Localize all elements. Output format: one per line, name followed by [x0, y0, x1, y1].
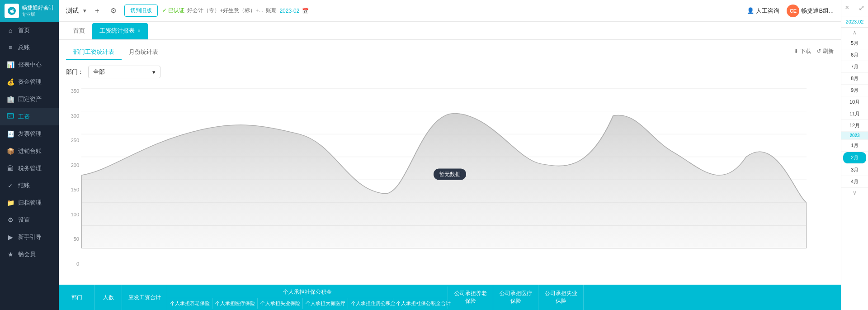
sidebar-item-funds[interactable]: 💰 资金管理 [0, 73, 59, 91]
sidebar-item-archive[interactable]: 📁 归档管理 [0, 194, 59, 211]
vip-icon: ★ [6, 251, 14, 258]
expand-panel-button[interactable]: ⤢ [859, 4, 864, 12]
reports-icon: 📊 [6, 61, 14, 68]
calendar-icon: 📅 [302, 8, 309, 14]
th-personal-group-label: 个人承担社保公积金 [167, 286, 448, 298]
topbar-actions: + ⚙ [91, 5, 120, 17]
tabbar: 首页 工资统计报表 × [59, 22, 841, 40]
home-icon: ⌂ [6, 27, 14, 34]
archive-icon: 📁 [6, 199, 14, 206]
settings-button[interactable]: ⚙ [107, 5, 120, 17]
date-nav-up-button[interactable]: ∧ [841, 28, 868, 38]
sidebar-item-invoice[interactable]: 🧾 发票管理 [0, 125, 59, 143]
dept-filter-select[interactable]: 全部 ▾ [88, 66, 160, 78]
sidebar: 畅 畅捷通好会计 专业版 ⌂ 首页 ≡ 总账 📊 报表中心 💰 资金管理 🏢 固… [0, 0, 59, 310]
company-name: 测试 [66, 7, 79, 15]
th-personal-medical: 个人承担医疗保险 [212, 298, 258, 309]
sales-icon: 📦 [6, 148, 14, 155]
page-content: 部门工资统计表 月份统计表 ⬇ 下载 ↺ 刷新 部门： 全部 ▾ [59, 40, 841, 310]
sidebar-item-vip[interactable]: ★ 畅会员 [0, 246, 59, 263]
month-item-7[interactable]: 7月 [841, 61, 868, 73]
guide-icon: ▶ [6, 234, 14, 241]
tax-icon: 🏛 [6, 165, 14, 172]
th-people: 人数 [95, 285, 122, 310]
period-label: 账期 [266, 7, 277, 14]
dept-filter-label: 部门： [66, 68, 84, 76]
year-item-2023[interactable]: 2023 [841, 132, 868, 140]
period-value: 2023-02 [279, 8, 299, 14]
switch-version-button[interactable]: 切到旧版 [124, 5, 158, 17]
month-item-12[interactable]: 12月 [841, 120, 868, 132]
month-item-1[interactable]: 1月 [841, 140, 868, 152]
chart-container: 350 300 250 200 150 100 50 0 [59, 84, 841, 285]
chart-svg [81, 88, 807, 248]
th-company-unemployment: 公司承担失业保险 [538, 285, 584, 310]
date-nav-down-button[interactable]: ∨ [841, 188, 868, 198]
user-profile[interactable]: CE 畅捷通B组... [787, 5, 834, 17]
sidebar-logo: 畅 畅捷通好会计 专业版 [0, 0, 59, 22]
ledger-icon: ≡ [6, 44, 14, 51]
right-panel-controls: × ⤢ [841, 0, 868, 16]
th-company-medical: 公司承担医疗保险 [493, 285, 538, 310]
avatar: CE [787, 5, 799, 17]
sidebar-item-reports[interactable]: 📊 报表中心 [0, 56, 59, 73]
month-item-10[interactable]: 10月 [841, 96, 868, 108]
topbar: 测试 ▾ + ⚙ 切到旧版 ✓ 已认证 好会计（专）+好生意（标）+... 账期… [59, 0, 841, 22]
month-item-8[interactable]: 8月 [841, 73, 868, 85]
logo-icon: 畅 [5, 4, 19, 18]
sidebar-item-sales[interactable]: 📦 进销台账 [0, 143, 59, 160]
sidebar-item-home[interactable]: ⌂ 首页 [0, 22, 59, 39]
add-button[interactable]: + [91, 5, 104, 17]
month-item-11[interactable]: 11月 [841, 108, 868, 120]
sidebar-item-ledger[interactable]: ≡ 总账 [0, 39, 59, 56]
th-dept: 部门 [59, 285, 95, 310]
main-area: 测试 ▾ + ⚙ 切到旧版 ✓ 已认证 好会计（专）+好生意（标）+... 账期… [59, 0, 841, 310]
right-panel-date: 2023.02 [841, 16, 868, 28]
tab-salary-report[interactable]: 工资统计报表 × [92, 23, 148, 39]
company-dropdown[interactable]: ▾ [83, 7, 86, 14]
gear-icon: ⚙ [6, 216, 14, 224]
th-personal-large-medical: 个人承担大额医疗 [303, 298, 348, 309]
download-icon: ⬇ [794, 48, 798, 54]
tab-home[interactable]: 首页 [66, 23, 92, 39]
sidebar-item-settings[interactable]: ⚙ 设置 [0, 211, 59, 229]
sidebar-item-salary[interactable]: 工资 [0, 108, 59, 125]
th-personal-unemployment: 个人承担失业保险 [258, 298, 303, 309]
help-button[interactable]: 👤 人工咨询 [747, 7, 779, 15]
month-item-2-active[interactable]: 2月 [843, 152, 866, 164]
svg-rect-2 [7, 114, 14, 118]
topbar-tags: ✓ 已认证 好会计（专）+好生意（标）+... 账期 2023-02 📅 [162, 7, 742, 14]
sub-tab-actions: ⬇ 下载 ↺ 刷新 [794, 48, 834, 58]
table-header: 部门 人数 应发工资合计 个人承担社保公积金 个人承担养老保险 个人承担医疗保险 [59, 285, 841, 310]
chevron-down-icon: ▾ [152, 69, 156, 76]
month-item-4[interactable]: 4月 [841, 176, 868, 188]
month-item-3[interactable]: 3月 [841, 164, 868, 176]
chart-x-axis [81, 248, 807, 248]
tab-close-icon[interactable]: × [137, 28, 141, 34]
sidebar-item-close[interactable]: ✓ 结账 [0, 177, 59, 194]
topbar-right: 👤 人工咨询 CE 畅捷通B组... [747, 5, 834, 17]
sidebar-item-tax[interactable]: 🏛 税务管理 [0, 160, 59, 177]
sub-tab-dept[interactable]: 部门工资统计表 [66, 45, 122, 60]
th-personal-group-cells: 个人承担养老保险 个人承担医疗保险 个人承担失业保险 个人承担大额医疗 个人承担… [167, 298, 448, 309]
download-button[interactable]: ⬇ 下载 [794, 48, 811, 55]
sub-tab-monthly[interactable]: 月份统计表 [122, 45, 165, 60]
right-panel: × ⤢ 2023.02 ∧ 5月 6月 7月 8月 9月 10月 11月 12月… [841, 0, 868, 310]
product-tags: 好会计（专）+好生意（标）+... [187, 7, 263, 14]
sidebar-item-guide[interactable]: ▶ 新手引导 [0, 229, 59, 246]
logo-text: 畅捷通好会计 专业版 [22, 5, 54, 18]
svg-text:畅: 畅 [10, 9, 14, 14]
help-icon: 👤 [747, 7, 754, 14]
month-item-9[interactable]: 9月 [841, 85, 868, 96]
month-item-6[interactable]: 6月 [841, 49, 868, 61]
close-panel-button[interactable]: × [845, 4, 849, 12]
th-personal-total: 个人承担社保公积金合计 [393, 298, 448, 309]
filter-row: 部门： 全部 ▾ [59, 60, 841, 84]
sub-tabs: 部门工资统计表 月份统计表 ⬇ 下载 ↺ 刷新 [59, 40, 841, 60]
th-company-pension: 公司承担养老保险 [448, 285, 493, 310]
th-total-salary: 应发工资合计 [122, 285, 167, 310]
sidebar-item-assets[interactable]: 🏢 固定资产 [0, 91, 59, 108]
chevron-down-icon: ▾ [83, 7, 86, 14]
refresh-button[interactable]: ↺ 刷新 [816, 48, 834, 55]
month-item-5[interactable]: 5月 [841, 38, 868, 49]
